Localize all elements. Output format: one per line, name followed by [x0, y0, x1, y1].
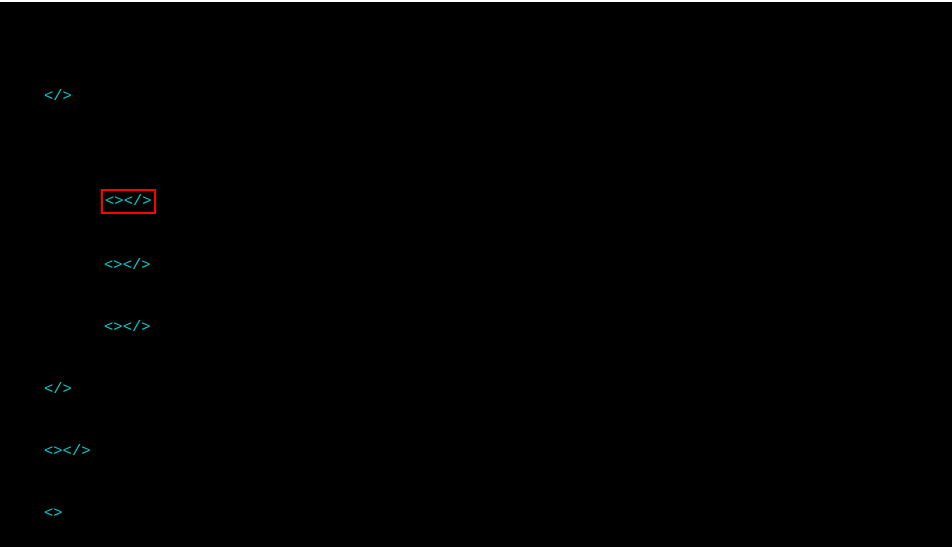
highlighted-address: <></> — [101, 189, 156, 214]
theme-line: <></> — [104, 317, 952, 338]
close-tag: </> — [44, 380, 72, 398]
shortcut-bar — [4, 441, 948, 544]
close-tag: </> — [44, 87, 72, 105]
apikey-line: <></> — [104, 255, 952, 276]
